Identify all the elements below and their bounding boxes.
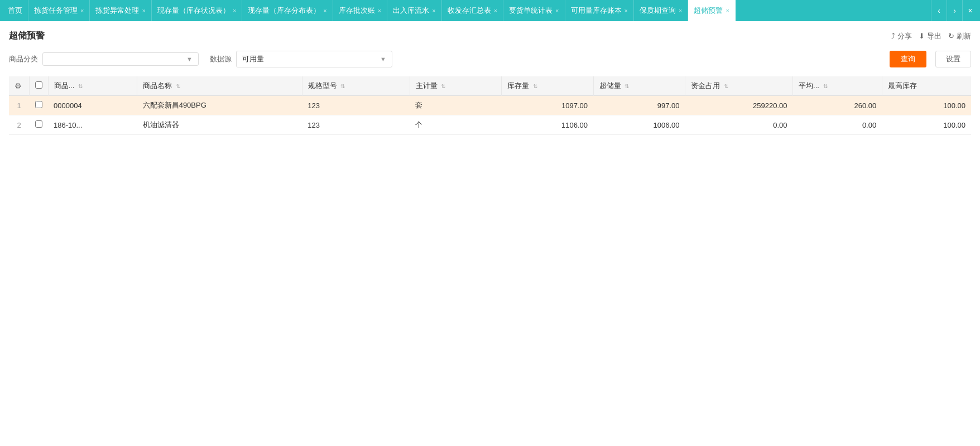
nav-tab-home[interactable]: 首页 — [2, 0, 28, 21]
col-header-max-stock[interactable]: 最高库存 — [882, 76, 971, 96]
col-header-product-name[interactable]: 商品名称 ⇅ — [137, 76, 302, 96]
close-icon[interactable]: × — [494, 7, 497, 14]
sort-icon: ⇅ — [823, 83, 828, 89]
nav-tab-pick-exception[interactable]: 拣货异常处理 × — [90, 0, 151, 21]
close-icon[interactable]: × — [432, 7, 435, 14]
col-header-spec[interactable]: 规格型号 ⇅ — [302, 76, 410, 96]
nav-tab-collect[interactable]: 收发存汇总表 × — [442, 0, 503, 21]
select-all-checkbox[interactable] — [35, 81, 42, 89]
nav-tab-pick-task-label: 拣货任务管理 — [34, 6, 78, 16]
col-header-spec-label: 规格型号 — [308, 81, 337, 90]
close-icon[interactable]: × — [555, 7, 559, 14]
nav-close-all-button[interactable]: × — [962, 0, 978, 21]
cell-stock-qty: 1106.00 — [502, 115, 593, 135]
nav-tab-available[interactable]: 可用量库存账本 × — [565, 0, 634, 21]
chevron-down-icon: ▼ — [186, 56, 193, 62]
col-header-product-name-label: 商品名称 — [143, 81, 172, 90]
data-table: ⚙ 商品... ⇅ 商品名称 ⇅ 规格型号 ⇅ 主计量 — [9, 76, 971, 135]
nav-tab-pick-task[interactable]: 拣货任务管理 × — [28, 0, 90, 21]
nav-next-button[interactable]: › — [947, 0, 962, 21]
sort-icon: ⇅ — [78, 83, 83, 89]
query-button[interactable]: 查询 — [890, 51, 926, 67]
col-header-avg[interactable]: 平均... ⇅ — [793, 76, 882, 96]
nav-prev-button[interactable]: ‹ — [931, 0, 947, 21]
refresh-button[interactable]: ↻ 刷新 — [948, 31, 971, 41]
category-filter-group: 商品分类 ▼ — [9, 52, 199, 66]
col-header-checkbox[interactable] — [29, 76, 48, 96]
col-header-settings[interactable]: ⚙ — [9, 76, 29, 96]
close-icon[interactable]: × — [323, 7, 326, 14]
col-header-stock-qty-label: 库存量 — [507, 81, 529, 90]
col-header-capital-occ[interactable]: 资金占用 ⇅ — [685, 76, 792, 96]
datasource-select[interactable]: 可用量 ▼ — [236, 51, 392, 67]
table-header-row: ⚙ 商品... ⇅ 商品名称 ⇅ 规格型号 ⇅ 主计量 — [9, 76, 971, 96]
export-button[interactable]: ⬇ 导出 — [919, 31, 941, 41]
col-header-overstock-qty-label: 超储量 — [599, 81, 621, 90]
close-icon[interactable]: × — [378, 7, 381, 14]
nav-tab-stock-dist[interactable]: 现存量（库存分布表） × — [242, 0, 333, 21]
share-icon: ⤴ — [891, 32, 895, 40]
nav-tab-inout-flow[interactable]: 出入库流水 × — [387, 0, 441, 21]
cell-unit: 个 — [410, 115, 501, 135]
cell-product-code: 0000004 — [48, 96, 137, 115]
col-header-product-code[interactable]: 商品... ⇅ — [48, 76, 137, 96]
nav-tab-batch[interactable]: 库存批次账 × — [333, 0, 387, 21]
cell-overstock-qty: 1006.00 — [593, 115, 685, 135]
close-icon[interactable]: × — [142, 7, 145, 14]
close-icon[interactable]: × — [233, 7, 236, 14]
close-icon[interactable]: × — [679, 7, 682, 14]
row-checkbox[interactable] — [35, 120, 42, 128]
share-button[interactable]: ⤴ 分享 — [891, 31, 912, 41]
cell-overstock-qty: 997.00 — [593, 96, 685, 115]
row-checkbox-cell[interactable] — [29, 115, 48, 135]
nav-tab-pick-exception-label: 拣货异常处理 — [95, 6, 139, 16]
gear-icon: ⚙ — [15, 81, 22, 90]
nav-tab-inout-flow-label: 出入库流水 — [393, 6, 429, 16]
close-icon[interactable]: × — [80, 7, 84, 14]
cell-spec: 123 — [302, 96, 410, 115]
cell-stock-qty: 1097.00 — [502, 96, 593, 115]
nav-tab-collect-label: 收发存汇总表 — [448, 6, 491, 16]
col-header-overstock-qty[interactable]: 超储量 ⇅ — [593, 76, 685, 96]
sort-icon: ⇅ — [624, 83, 629, 89]
cell-avg: 0.00 — [793, 115, 882, 135]
col-header-stock-qty[interactable]: 库存量 ⇅ — [502, 76, 593, 96]
filter-bar: 商品分类 ▼ 数据源 可用量 ▼ 查询 设置 — [9, 51, 971, 67]
close-icon[interactable]: × — [624, 7, 628, 14]
cell-product-name: 六配套新昌490BPG — [137, 96, 302, 115]
nav-tab-available-label: 可用量库存账本 — [571, 6, 622, 16]
nav-tab-requisition[interactable]: 要货单统计表 × — [503, 0, 565, 21]
nav-tab-home-label: 首页 — [8, 6, 22, 16]
sort-icon: ⇅ — [176, 83, 180, 89]
top-navigation: 首页 拣货任务管理 × 拣货异常处理 × 现存量（库存状况表） × 现存量（库存… — [0, 0, 980, 21]
nav-tab-overstock[interactable]: 超储预警 × — [688, 0, 735, 21]
table-row: 2 186-10... 机油滤清器 123 个 1106.00 1006.00 … — [9, 115, 971, 135]
nav-tab-stock-dist-label: 现存量（库存分布表） — [248, 6, 320, 16]
close-icon[interactable]: × — [726, 7, 729, 14]
nav-tab-requisition-label: 要货单统计表 — [509, 6, 553, 16]
export-icon: ⬇ — [919, 32, 925, 40]
row-index: 1 — [9, 96, 29, 115]
nav-arrow-group: ‹ › × — [931, 0, 978, 21]
header-actions: ⤴ 分享 ⬇ 导出 ↻ 刷新 — [891, 31, 971, 41]
nav-tab-stock-status[interactable]: 现存量（库存状况表） × — [152, 0, 242, 21]
col-header-unit[interactable]: 主计量 ⇅ — [410, 76, 501, 96]
cell-product-code: 186-10... — [48, 115, 137, 135]
col-header-unit-label: 主计量 — [416, 81, 438, 90]
refresh-icon: ↻ — [948, 32, 954, 40]
col-header-avg-label: 平均... — [799, 81, 819, 90]
category-select[interactable]: ▼ — [42, 52, 199, 66]
cell-avg: 260.00 — [793, 96, 882, 115]
nav-tab-stock-status-label: 现存量（库存状况表） — [157, 6, 230, 16]
row-index: 2 — [9, 115, 29, 135]
row-checkbox-cell[interactable] — [29, 96, 48, 115]
row-checkbox[interactable] — [35, 101, 42, 108]
sort-icon: ⇅ — [533, 83, 537, 89]
settings-button[interactable]: 设置 — [935, 51, 971, 67]
datasource-filter-group: 数据源 可用量 ▼ — [210, 51, 392, 67]
cell-spec: 123 — [302, 115, 410, 135]
nav-tab-shelf-life[interactable]: 保质期查询 × — [634, 0, 688, 21]
datasource-label: 数据源 — [210, 54, 232, 64]
cell-capital-occ: 0.00 — [685, 115, 792, 135]
category-label: 商品分类 — [9, 54, 38, 64]
